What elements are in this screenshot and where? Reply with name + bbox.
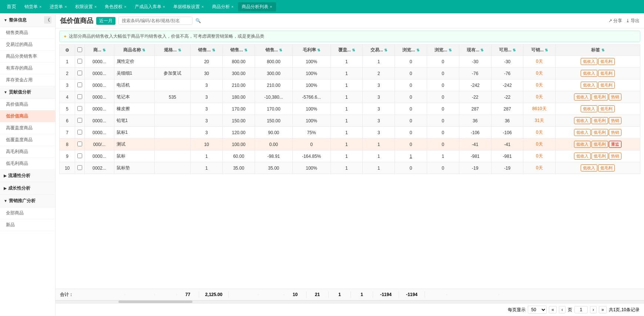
- sidebar-item-stock-fund[interactable]: 库存资金占用: [0, 74, 55, 86]
- col-view2[interactable]: 浏览... ⇅: [427, 45, 459, 56]
- horizontal-scrollbar[interactable]: [56, 300, 644, 303]
- sidebar-section-overall[interactable]: ▼ 整体信息 《: [0, 13, 55, 27]
- search-input[interactable]: [118, 17, 192, 25]
- row-checkbox[interactable]: [77, 71, 82, 75]
- row-checkbox[interactable]: [77, 82, 82, 87]
- col-code[interactable]: 商... ⇅: [85, 45, 114, 56]
- cell-checkbox[interactable]: [75, 139, 85, 150]
- cell-checkbox[interactable]: [75, 150, 85, 162]
- col-view1[interactable]: 浏览... ⇅: [395, 45, 427, 56]
- row-checkbox[interactable]: [77, 165, 82, 170]
- sidebar-section-contribution[interactable]: ▼ 贡献值分析: [0, 86, 55, 99]
- cell-checkbox[interactable]: [75, 91, 85, 103]
- page-number-input[interactable]: [574, 306, 588, 313]
- col-sale-amount[interactable]: 销售... ⇅: [255, 45, 292, 56]
- sidebar-item-high-coverage[interactable]: 高覆盖度商品: [0, 122, 55, 134]
- nav-product-list[interactable]: 商品分析列表×: [238, 2, 276, 11]
- nav-purchase[interactable]: 进货单×: [46, 2, 70, 11]
- col-checkbox[interactable]: [75, 45, 85, 56]
- cell-view1[interactable]: 0: [395, 127, 427, 139]
- row-checkbox[interactable]: [77, 94, 82, 99]
- sidebar-item-low-value[interactable]: 低价值商品: [0, 111, 55, 122]
- sidebar-section-growth[interactable]: ▶ 成长性分析: [0, 182, 55, 195]
- view1-val: 0: [410, 130, 412, 135]
- export-button[interactable]: ⤓ 导出: [626, 18, 640, 24]
- col-sale-qty[interactable]: 销售... ⇅: [191, 45, 223, 56]
- nav-role[interactable]: 角色授权×: [101, 2, 130, 11]
- nav-template[interactable]: 单据模板设置×: [170, 2, 207, 11]
- col-saleable[interactable]: 可销... ⇅: [523, 45, 556, 56]
- next-page-btn[interactable]: ›: [590, 306, 597, 313]
- sidebar-item-traded-products[interactable]: 交易过的商品: [0, 39, 55, 51]
- sidebar-item-high-margin[interactable]: 高毛利商品: [0, 146, 55, 158]
- sidebar-item-stock-products[interactable]: 有库存的商品: [0, 62, 55, 74]
- nav-sales[interactable]: 销货单×: [21, 2, 45, 11]
- cell-checkbox[interactable]: [75, 115, 85, 127]
- cell-view1[interactable]: 1: [395, 150, 427, 162]
- cell-checkbox[interactable]: [75, 56, 85, 68]
- close-role-icon[interactable]: ×: [124, 4, 126, 9]
- share-button[interactable]: ↗ 分享: [608, 18, 622, 24]
- cell-view1[interactable]: 0: [395, 103, 427, 115]
- nav-inbound[interactable]: 产成品入库单×: [131, 2, 169, 11]
- nav-product-analysis[interactable]: 商品分析×: [208, 2, 237, 11]
- cell-view1[interactable]: 0: [395, 91, 427, 103]
- select-all-checkbox[interactable]: [77, 47, 82, 52]
- row-checkbox[interactable]: [77, 142, 82, 146]
- sidebar-item-category-rate[interactable]: 商品分类销售率: [0, 51, 55, 62]
- col-margin[interactable]: 毛利率 ⇅: [292, 45, 331, 56]
- cell-view1[interactable]: 0: [395, 56, 427, 68]
- cell-checkbox[interactable]: [75, 127, 85, 139]
- sidebar-item-sales-products[interactable]: 销售类商品: [0, 27, 55, 39]
- col-trade[interactable]: 交易... ⇅: [363, 45, 395, 56]
- col-current-stock[interactable]: 现有... ⇅: [459, 45, 491, 56]
- sidebar-section-marketing[interactable]: ▼ 营销推广分析: [0, 195, 55, 207]
- cell-checkbox[interactable]: [75, 103, 85, 115]
- first-page-btn[interactable]: «: [549, 306, 557, 313]
- col-tags[interactable]: 标签 ⇅: [556, 45, 640, 56]
- last-page-btn[interactable]: »: [599, 306, 607, 313]
- nav-permission[interactable]: 权限设置×: [71, 2, 100, 11]
- col-settings[interactable]: ⚙: [60, 45, 75, 56]
- nav-home[interactable]: 首页: [3, 2, 20, 11]
- sidebar-item-low-margin[interactable]: 低毛利商品: [0, 158, 55, 170]
- tag-label: 低收入: [574, 141, 591, 148]
- row-checkbox[interactable]: [77, 59, 82, 64]
- col-spec[interactable]: 规格... ⇅: [154, 45, 190, 56]
- table-container[interactable]: ⚙ 商... ⇅ 商品名称 ⇅ 规格... ⇅ 销售... ⇅ 销售... ⇅ …: [56, 44, 644, 289]
- close-template-icon[interactable]: ×: [201, 4, 204, 9]
- close-sales-icon[interactable]: ×: [39, 4, 41, 9]
- col-coverage[interactable]: 覆盖... ⇅: [331, 45, 363, 56]
- sidebar-item-all-products[interactable]: 全部商品: [0, 207, 55, 219]
- cell-view1[interactable]: 0: [395, 115, 427, 127]
- close-permission-icon[interactable]: ×: [94, 4, 97, 9]
- cell-view1[interactable]: 0: [395, 139, 427, 150]
- prev-page-btn[interactable]: ‹: [559, 306, 566, 313]
- close-purchase-icon[interactable]: ×: [64, 4, 67, 9]
- close-product-analysis-icon[interactable]: ×: [231, 4, 234, 9]
- col-available-stock[interactable]: 可用... ⇅: [491, 45, 523, 56]
- row-checkbox[interactable]: [77, 118, 82, 123]
- col-sale-price[interactable]: 销售... ⇅: [223, 45, 255, 56]
- cell-view1[interactable]: 0: [395, 68, 427, 79]
- row-checkbox[interactable]: [77, 106, 82, 111]
- sidebar-section-circulation[interactable]: ▶ 流通性分析: [0, 170, 55, 182]
- search-icon[interactable]: 🔍: [195, 18, 201, 23]
- cell-checkbox[interactable]: [75, 68, 85, 79]
- period-tag[interactable]: 近一月: [96, 17, 115, 25]
- sidebar-item-new-products[interactable]: 新品: [0, 219, 55, 231]
- sidebar-item-low-coverage[interactable]: 低覆盖度商品: [0, 134, 55, 146]
- col-name[interactable]: 商品名称 ⇅: [114, 45, 154, 56]
- cell-view1[interactable]: 0: [395, 79, 427, 91]
- collapse-overall-btn[interactable]: 《: [44, 16, 51, 24]
- cell-checkbox[interactable]: [75, 162, 85, 174]
- close-inbound-icon[interactable]: ×: [163, 4, 165, 9]
- per-page-select[interactable]: 50 100 200: [528, 306, 547, 314]
- row-checkbox[interactable]: [77, 153, 82, 158]
- row-checkbox[interactable]: [77, 130, 82, 135]
- view1-link[interactable]: 1: [410, 154, 412, 159]
- close-product-list-icon[interactable]: ×: [270, 4, 272, 9]
- cell-view1[interactable]: 0: [395, 162, 427, 174]
- cell-checkbox[interactable]: [75, 79, 85, 91]
- sidebar-item-high-value[interactable]: 高价值商品: [0, 99, 55, 111]
